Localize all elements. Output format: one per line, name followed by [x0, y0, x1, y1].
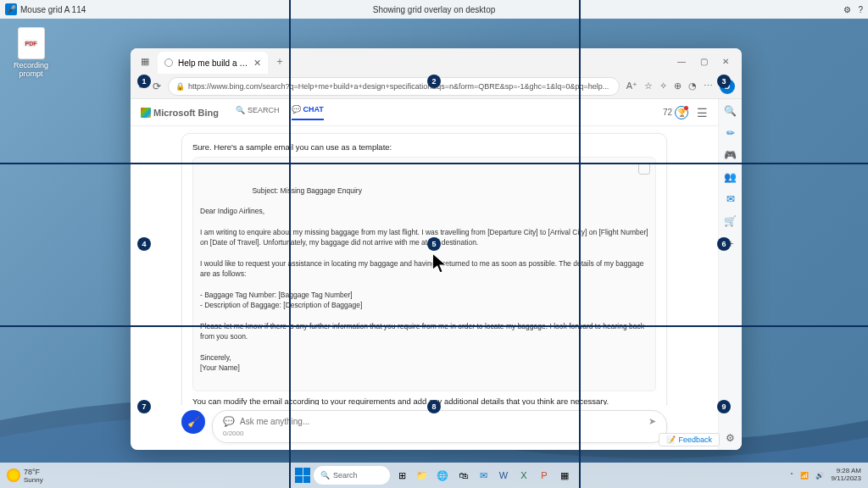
bing-header: Microsoft Bing 🔍 SEARCH 💬 CHAT 72🏆 ☰ — [131, 99, 718, 126]
url-text: https://www.bing.com/search?q=Help+me+bu… — [188, 82, 609, 91]
response-outro: You can modify the email according to yo… — [192, 396, 656, 405]
sun-icon — [7, 469, 20, 482]
rewards-points[interactable]: 72🏆 — [663, 106, 688, 119]
browser-tab[interactable]: Help me build a design specific ✕ — [158, 52, 268, 74]
read-aloud-icon[interactable]: A⁺ — [626, 80, 637, 92]
extensions-icon[interactable]: ⊕ — [674, 80, 682, 92]
close-tab-icon[interactable]: ✕ — [253, 58, 261, 69]
assistant-topbar: 🎤 Mouse grid A 114 Showing grid overlay … — [0, 0, 868, 19]
excel-icon[interactable]: X — [515, 467, 532, 484]
new-topic-button[interactable]: 🧹 — [181, 410, 205, 434]
topbar-title: Mouse grid A 114 — [20, 5, 86, 14]
refresh-button[interactable]: ⟳ — [153, 80, 161, 92]
maximize-button[interactable]: ▢ — [698, 57, 709, 66]
send-button[interactable]: ➤ — [648, 416, 656, 427]
hamburger-icon[interactable]: ☰ — [697, 106, 708, 119]
sidebar-add-icon[interactable]: ＋ — [724, 236, 737, 250]
favicon-icon — [164, 58, 173, 67]
task-view-icon[interactable]: ⊞ — [393, 467, 410, 484]
menu-icon[interactable]: ⋯ — [704, 80, 713, 92]
tab-actions-icon[interactable]: ▦ — [136, 52, 154, 70]
help-icon[interactable]: ? — [858, 5, 863, 14]
collections-icon[interactable]: ✧ — [659, 80, 667, 92]
chat-icon: 💬 — [223, 416, 235, 427]
mail-icon[interactable]: ✉ — [475, 467, 492, 484]
sidebar-outlook-icon[interactable]: ✉ — [724, 192, 737, 206]
back-button[interactable]: ← — [137, 80, 147, 92]
email-body: Subject: Missing Baggage Enquiry Dear In… — [200, 186, 650, 372]
chevron-up-icon[interactable]: ˄ — [790, 472, 793, 480]
word-icon[interactable]: W — [495, 467, 512, 484]
chat-input-row: 🧹 💬 ➤ 0/2000 — [131, 405, 718, 450]
new-tab-button[interactable]: ＋ — [271, 53, 288, 69]
url-field[interactable]: 🔒 https://www.bing.com/search?q=Help+me+… — [168, 77, 620, 96]
ai-response-card: Sure. Here's a sample email you can use … — [181, 133, 667, 405]
close-window-button[interactable]: ✕ — [720, 57, 732, 66]
tab-title: Help me build a design specific — [178, 58, 248, 68]
sidebar-games-icon[interactable]: 🎮 — [724, 148, 737, 162]
app-icon[interactable]: ▦ — [556, 467, 573, 484]
copy-button[interactable] — [638, 163, 650, 175]
address-bar: ← ⟳ 🔒 https://www.bing.com/search?q=Help… — [131, 74, 742, 99]
explorer-icon[interactable]: 📁 — [414, 467, 431, 484]
system-tray[interactable]: ˄ 📶 🔊 9:28 AM 9/11/2023 — [790, 468, 861, 483]
topbar-status: Showing grid overlay on desktop — [373, 5, 496, 14]
sidebar-tools-icon[interactable]: ✏ — [724, 126, 737, 140]
taskbar-search[interactable]: 🔍 Search — [314, 466, 390, 485]
feedback-button[interactable]: 📝 Feedback — [659, 433, 720, 446]
bing-sidebar-button[interactable]: b — [720, 79, 735, 94]
mic-icon: 🎤 — [5, 3, 17, 15]
sidebar-office-icon[interactable]: 👥 — [724, 170, 737, 184]
edge-browser-window: ▦ Help me build a design specific ✕ ＋ — … — [131, 48, 742, 450]
profile-icon[interactable]: ◔ — [688, 80, 697, 92]
bing-logo: Microsoft Bing — [141, 108, 219, 118]
edge-sidebar: 🔍 ✏ 🎮 👥 ✉ 🛒 ＋ ⚙ — [718, 99, 742, 450]
clock[interactable]: 9:28 AM 9/11/2023 — [831, 468, 861, 483]
sidebar-shopping-icon[interactable]: 🛒 — [724, 214, 737, 228]
pdf-icon — [18, 27, 45, 59]
settings-icon[interactable]: ⚙ — [843, 5, 851, 14]
chat-input-box[interactable]: 💬 ➤ 0/2000 — [212, 410, 667, 443]
favorite-icon[interactable]: ☆ — [644, 80, 653, 92]
wifi-icon[interactable]: 📶 — [800, 472, 809, 480]
chat-area: Sure. Here's a sample email you can use … — [131, 126, 718, 405]
ppt-icon[interactable]: P — [536, 467, 553, 484]
tab-search[interactable]: 🔍 SEARCH — [236, 105, 280, 120]
desktop-pdf-shortcut[interactable]: Recording prompt — [14, 27, 48, 78]
volume-icon[interactable]: 🔊 — [815, 472, 824, 480]
response-intro: Sure. Here's a sample email you can use … — [192, 142, 656, 152]
weather-widget[interactable]: 78°FSunny — [7, 468, 43, 484]
trophy-icon: 🏆 — [675, 106, 688, 119]
store-icon[interactable]: 🛍 — [454, 467, 471, 484]
minimize-button[interactable]: — — [676, 57, 687, 66]
chat-input[interactable] — [240, 417, 643, 426]
start-button[interactable] — [295, 468, 310, 483]
tab-chat[interactable]: 💬 CHAT — [292, 105, 324, 120]
lock-icon: 🔒 — [175, 82, 185, 91]
sidebar-search-icon[interactable]: 🔍 — [724, 104, 737, 118]
browser-titlebar: ▦ Help me build a design specific ✕ ＋ — … — [131, 48, 742, 74]
char-counter: 0/2000 — [223, 430, 656, 437]
email-template-block: Subject: Missing Baggage Enquiry Dear In… — [192, 157, 656, 391]
windows-taskbar: 78°FSunny 🔍 Search ⊞ 📁 🌐 🛍 ✉ W X P ▦ ˄ 📶… — [0, 463, 868, 488]
edge-icon[interactable]: 🌐 — [434, 467, 451, 484]
pdf-label: Recording prompt — [14, 61, 48, 78]
sidebar-settings-icon[interactable]: ⚙ — [724, 431, 737, 445]
